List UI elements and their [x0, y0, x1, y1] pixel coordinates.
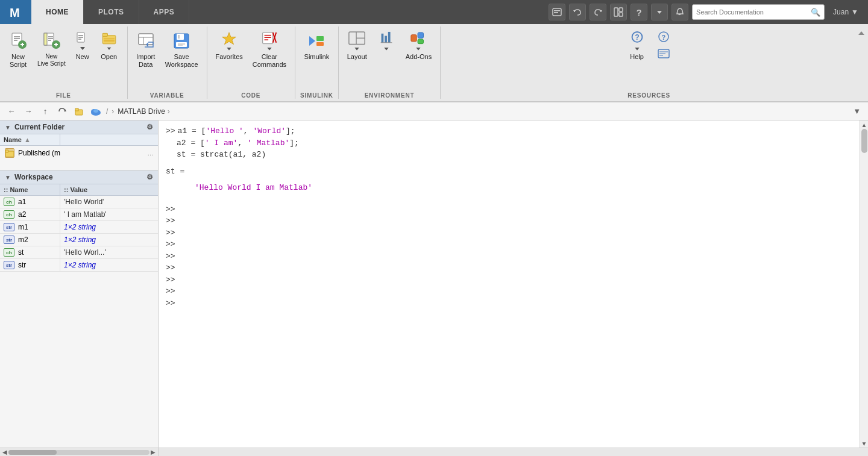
ws-row-str[interactable]: str str 1×2 string	[0, 259, 158, 272]
ws-st-type-icon: ch	[4, 248, 14, 257]
workspace-section: :: Name :: Value ch a1 'Hello World'	[0, 184, 158, 456]
ws-a1-value: 'Hello World'	[60, 196, 158, 208]
help-label: Help	[630, 53, 644, 61]
import-data-label: ImportData	[136, 53, 155, 69]
ribbon-collapse-arrow[interactable]	[857, 27, 868, 99]
cmd-line-1: >> a1 = ['Hello ', 'World'];	[166, 125, 852, 137]
folder-settings-icon[interactable]: ⚙	[146, 123, 153, 131]
cmd-h-scrollbar	[159, 448, 868, 456]
help-icon-1[interactable]: ?	[653, 29, 675, 45]
folder-collapse-arrow[interactable]: ▼	[5, 124, 11, 131]
ws-a2-value: ' I am Matlab'	[60, 208, 158, 220]
file-list: Name ▲ Published (m ...	[0, 134, 158, 170]
main-layout: ▼ Current Folder ⚙ Name ▲ Published (m	[0, 120, 868, 456]
ws-row-m2[interactable]: str m2 1×2 string	[0, 234, 158, 246]
svg-text:M: M	[10, 6, 20, 19]
help-question-btn[interactable]: ?	[631, 4, 647, 20]
workspace-settings-icon[interactable]: ⚙	[146, 173, 153, 181]
workspace-title: Workspace	[14, 173, 53, 181]
import-data-button[interactable]: ImportData	[133, 29, 159, 71]
ws-st-name-cell: ch st	[0, 246, 60, 258]
back-btn[interactable]: ←	[5, 105, 18, 118]
ribbon-section-file: New Script NewLive Script	[0, 27, 128, 99]
command-content[interactable]: >> a1 = ['Hello ', 'World']; a2 = [' I a…	[159, 120, 860, 448]
svg-marker-35	[107, 48, 111, 50]
ws-a1-type-icon: ch	[4, 198, 14, 206]
scroll-up-arrow[interactable]: ▲	[860, 120, 868, 129]
tab-home[interactable]: HOME	[31, 0, 84, 24]
ws-row-st[interactable]: ch st 'Hello Worl...'	[0, 246, 158, 259]
refresh-folder-btn[interactable]	[55, 105, 69, 118]
undo-btn[interactable]	[569, 4, 586, 20]
ws-row-m1[interactable]: str m1 1×2 string	[0, 221, 158, 234]
new-script-button[interactable]: New Script	[5, 29, 31, 71]
ribbon-section-resources: ? Help ?	[441, 27, 857, 99]
cmd-prompt-7: >>	[166, 262, 175, 274]
cloud-btn[interactable]	[89, 105, 102, 118]
add-ons-button[interactable]: Add-Ons	[402, 29, 435, 63]
scroll-down-arrow[interactable]: ▼	[860, 439, 868, 448]
ws-name-header: :: Name	[4, 186, 28, 193]
scroll-left-arrow[interactable]: ◀	[1, 449, 8, 455]
up-btn[interactable]: ↑	[39, 105, 52, 118]
forward-btn[interactable]: →	[22, 105, 35, 118]
cmd-prompt-6: >>	[166, 251, 175, 263]
published-folder-more[interactable]: ...	[148, 149, 153, 157]
svg-marker-6	[600, 10, 602, 12]
published-folder-item[interactable]: Published (m ...	[0, 146, 158, 160]
cmd-output-value: 'Hello World I am Matlab'	[166, 182, 852, 194]
user-menu[interactable]: Juan ▼	[828, 8, 863, 16]
help-icon-2[interactable]	[653, 46, 675, 61]
search-documentation-input[interactable]	[696, 8, 811, 16]
cmd-prompt-1: >>	[166, 125, 175, 137]
redo-btn[interactable]	[590, 4, 606, 20]
simulink-section-label: SIMULINK	[300, 92, 333, 99]
ws-m2-value: 1×2 string	[60, 234, 158, 246]
cmd-st-value: 'Hello World I am Matlab'	[166, 182, 312, 194]
save-workspace-label: SaveWorkspace	[165, 53, 198, 69]
clear-commands-label: ClearCommands	[253, 53, 286, 69]
browse-btn[interactable]	[72, 105, 86, 118]
scroll-right-arrow[interactable]: ▶	[149, 449, 157, 455]
svg-rect-64	[388, 32, 391, 43]
ws-row-a2[interactable]: ch a2 ' I am Matlab'	[0, 208, 158, 221]
new-dropdown-button[interactable]: New	[72, 29, 93, 63]
ws-a2-name: a2	[18, 210, 26, 219]
svg-rect-57	[316, 42, 324, 46]
cmd-prompt-line-8: >>	[166, 286, 852, 298]
cmd-code-3: st = strcat(a1, a2)	[166, 149, 266, 161]
ws-m2-name-cell: str m2	[0, 234, 60, 246]
sort-arrow: ▲	[24, 136, 31, 143]
layout-button[interactable]: Layout	[344, 29, 371, 63]
quick-access-btn1[interactable]	[549, 4, 565, 20]
path-dropdown-arrow[interactable]: ▼	[851, 107, 863, 116]
ws-m1-name-cell: str m1	[0, 221, 60, 233]
path-matlab-drive[interactable]: MATLAB Drive	[118, 107, 165, 116]
open-button[interactable]: Open	[96, 29, 122, 63]
left-panel-h-scrollbar[interactable]: ◀ ▶	[0, 448, 158, 456]
clear-commands-button[interactable]: ClearCommands	[249, 29, 290, 71]
simulink-button[interactable]: Simulink	[301, 29, 333, 63]
scroll-h-thumb[interactable]	[8, 450, 57, 455]
svg-rect-34	[104, 40, 115, 42]
search-documentation-box[interactable]: 🔍	[692, 4, 825, 20]
cmd-prompt-line-7: >>	[166, 274, 852, 286]
favorites-button[interactable]: Favorites	[212, 29, 247, 63]
current-folder-header: ▼ Current Folder ⚙	[0, 120, 158, 134]
scroll-v-thumb[interactable]	[861, 129, 867, 153]
save-workspace-button[interactable]: SaveWorkspace	[162, 29, 202, 71]
ws-row-a1[interactable]: ch a1 'Hello World'	[0, 196, 158, 208]
layout-btn[interactable]	[610, 4, 627, 20]
new-live-script-button[interactable]: NewLive Script	[34, 29, 69, 70]
notifications-btn[interactable]	[671, 4, 688, 20]
cmd-code-1: a1 = ['Hello ', 'World'];	[178, 125, 295, 137]
tab-apps[interactable]: APPS	[139, 0, 190, 24]
help-dropdown-btn[interactable]	[651, 4, 668, 20]
variable-section-label: VARIABLE	[150, 92, 184, 99]
layout-chart-button[interactable]	[373, 29, 400, 55]
workspace-collapse-arrow[interactable]: ▼	[5, 174, 11, 181]
tab-plots[interactable]: PLOTS	[84, 0, 139, 24]
help-button[interactable]: ? Help	[624, 29, 650, 63]
ws-st-name: st	[18, 248, 24, 257]
cmd-blank-3	[166, 194, 852, 199]
